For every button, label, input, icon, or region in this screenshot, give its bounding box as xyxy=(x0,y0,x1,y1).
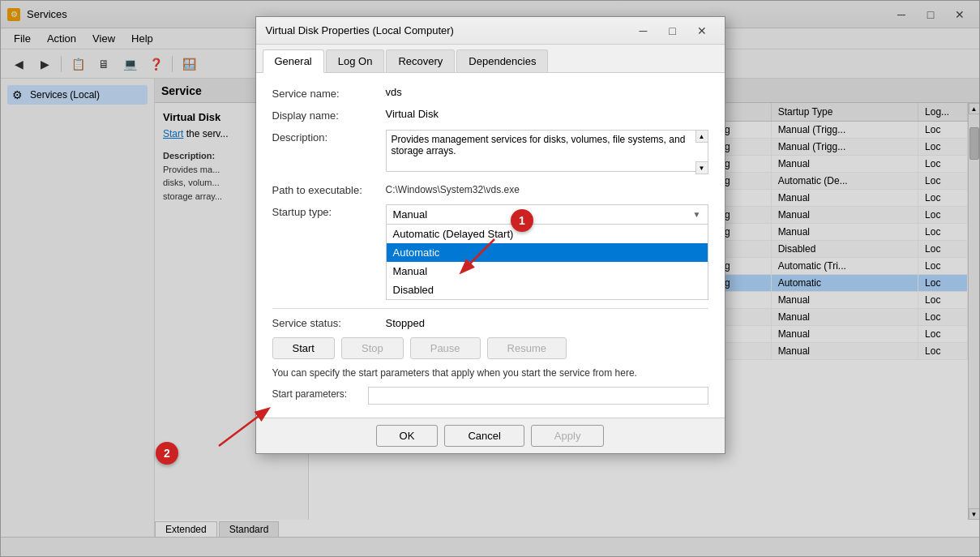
modal-overlay: Virtual Disk Properties (Local Computer)… xyxy=(0,0,980,557)
tab-dependencies[interactable]: Dependencies xyxy=(456,49,548,72)
description-row: Description: Provides management service… xyxy=(272,130,708,174)
modal-minimize-button[interactable]: ─ xyxy=(631,21,657,41)
description-label: Description: xyxy=(272,130,386,144)
section-divider-1 xyxy=(272,308,708,309)
modal-dialog: Virtual Disk Properties (Local Computer)… xyxy=(255,16,725,454)
startup-selected-value: Manual xyxy=(393,208,428,221)
dropdown-arrow-icon: ▼ xyxy=(693,210,701,219)
dropdown-option-automatic-delayed[interactable]: Automatic (Delayed Start) xyxy=(387,225,708,243)
service-status-row: Service status: Stopped xyxy=(272,317,708,329)
path-value: C:\Windows\System32\vds.exe xyxy=(386,184,520,195)
start-button[interactable]: Start xyxy=(272,337,335,359)
service-name-label: Service name: xyxy=(272,86,386,100)
description-textarea[interactable]: Provides management services for disks, … xyxy=(386,130,708,172)
display-name-row: Display name: Virtual Disk xyxy=(272,108,708,122)
path-row: Path to executable: C:\Windows\System32\… xyxy=(272,182,708,196)
apply-button[interactable]: Apply xyxy=(531,425,605,447)
path-value-container: C:\Windows\System32\vds.exe xyxy=(386,182,520,195)
ok-button[interactable]: OK xyxy=(376,425,439,447)
display-name-value: Virtual Disk xyxy=(386,108,708,120)
stop-button[interactable]: Stop xyxy=(341,337,404,359)
modal-tabs: General Log On Recovery Dependencies xyxy=(256,45,725,73)
dropdown-option-manual[interactable]: Manual xyxy=(387,262,708,281)
tab-general[interactable]: General xyxy=(263,49,324,73)
dropdown-option-disabled[interactable]: Disabled xyxy=(387,281,708,299)
modal-content: Service name: vds Display name: Virtual … xyxy=(256,73,725,418)
start-params-input[interactable] xyxy=(368,387,708,405)
tab-recovery[interactable]: Recovery xyxy=(386,49,455,72)
service-status-label: Service status: xyxy=(272,317,386,329)
start-params-field-row: Start parameters: xyxy=(272,383,708,405)
callout-1: 1 xyxy=(511,209,533,232)
start-params-field-label: Start parameters: xyxy=(272,388,362,400)
cancel-button[interactable]: Cancel xyxy=(444,425,524,447)
desc-scroll-up[interactable]: ▲ xyxy=(695,130,708,143)
modal-title: Virtual Disk Properties (Local Computer) xyxy=(266,24,631,36)
path-label: Path to executable: xyxy=(272,182,386,196)
start-params-row: You can specify the start parameters tha… xyxy=(272,367,708,405)
start-params-note: You can specify the start parameters tha… xyxy=(272,367,708,379)
startup-dropdown-container: Manual ▼ Automatic (Delayed Start) Autom… xyxy=(386,204,708,300)
modal-close-button[interactable]: ✕ xyxy=(689,21,715,41)
startup-label: Startup type: xyxy=(272,204,386,218)
display-name-label: Display name: xyxy=(272,108,386,122)
resume-button[interactable]: Resume xyxy=(487,337,567,359)
tab-logon[interactable]: Log On xyxy=(326,49,385,72)
service-status-value: Stopped xyxy=(386,317,425,329)
service-name-value: vds xyxy=(386,86,708,98)
modal-maximize-button[interactable]: □ xyxy=(660,21,686,41)
dropdown-option-automatic[interactable]: Automatic xyxy=(387,243,708,262)
callout-2: 2 xyxy=(156,442,178,465)
modal-titlebar: Virtual Disk Properties (Local Computer)… xyxy=(256,17,725,45)
startup-dropdown-select[interactable]: Manual ▼ xyxy=(386,204,708,224)
modal-footer: OK Cancel Apply xyxy=(256,418,725,453)
description-container: Provides management services for disks, … xyxy=(386,130,708,174)
service-buttons-row: Start Stop Pause Resume xyxy=(272,337,708,359)
startup-row: Startup type: Manual ▼ Automatic (Delaye… xyxy=(272,204,708,300)
pause-button[interactable]: Pause xyxy=(410,337,481,359)
desc-scroll-down[interactable]: ▼ xyxy=(695,161,708,174)
modal-title-controls: ─ □ ✕ xyxy=(631,21,715,41)
startup-dropdown-list: Automatic (Delayed Start) Automatic Manu… xyxy=(386,224,708,300)
service-name-row: Service name: vds xyxy=(272,86,708,100)
